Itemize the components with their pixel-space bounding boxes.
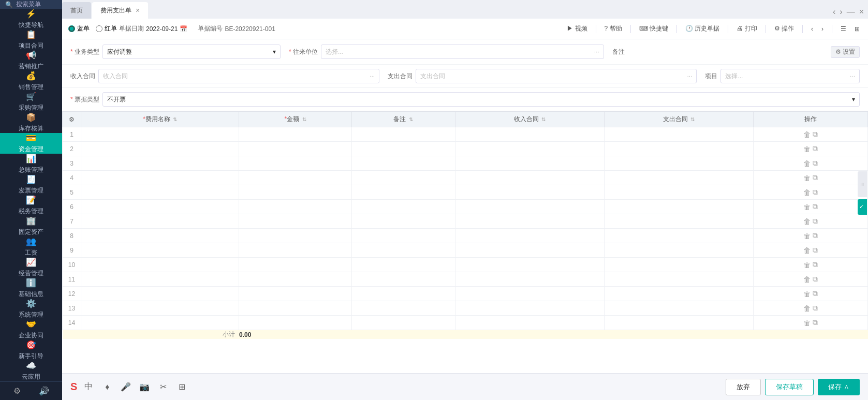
history-btn[interactable]: 🕐 历史单据 <box>683 23 722 34</box>
remark-cell[interactable] <box>351 316 455 330</box>
tab-expense-bill[interactable]: 费用支出单 × <box>92 2 148 19</box>
remark-cell[interactable] <box>351 185 455 200</box>
expense-name-cell[interactable] <box>81 214 239 229</box>
remark-cell[interactable] <box>351 142 455 156</box>
expense-name-cell[interactable] <box>81 258 239 272</box>
amount-cell[interactable] <box>239 301 351 316</box>
close-window-icon[interactable]: × <box>859 7 864 17</box>
sidebar-item-marketing[interactable]: 📢 营销推广 <box>0 50 62 71</box>
icon-mic[interactable]: 🎤 <box>119 380 133 394</box>
expense-name-cell[interactable] <box>81 229 239 243</box>
copy-row-button[interactable]: ⧉ <box>813 217 818 226</box>
income-contract-cell[interactable] <box>455 258 604 272</box>
delete-row-button[interactable]: 🗑 <box>803 319 811 327</box>
copy-row-button[interactable]: ⧉ <box>813 318 818 327</box>
copy-row-button[interactable]: ⧉ <box>813 159 818 168</box>
expense-contract-cell[interactable] <box>604 272 753 287</box>
nav-right-icon[interactable]: › <box>840 7 842 17</box>
delete-row-button[interactable]: 🗑 <box>803 203 811 211</box>
nav-prev-btn[interactable]: ‹ <box>809 24 815 34</box>
delete-row-button[interactable]: 🗑 <box>803 304 811 313</box>
delete-row-button[interactable]: 🗑 <box>803 174 811 182</box>
radio-blue[interactable]: 蓝单 <box>68 24 90 33</box>
sidebar-search[interactable]: 🔍 搜索菜单 <box>0 0 62 9</box>
copy-row-button[interactable]: ⧉ <box>813 188 818 197</box>
expense-contract-cell[interactable] <box>604 142 753 156</box>
sidebar-item-project-contract[interactable]: 📋 项目合同 <box>0 29 62 50</box>
sidebar-item-invoice[interactable]: 🧾 发票管理 <box>0 174 62 195</box>
income-contract-cell[interactable] <box>455 185 604 200</box>
expense-name-cell[interactable] <box>81 301 239 316</box>
icon-diamond[interactable]: ♦ <box>100 380 114 394</box>
radio-red[interactable]: 红单 <box>96 24 117 33</box>
sidebar-settings-icon[interactable]: ⚙ <box>13 386 21 396</box>
sidebar-item-capital[interactable]: 💳 资金管理 <box>0 133 62 154</box>
sidebar-item-cloud[interactable]: ☁️ 云应用 <box>0 361 62 381</box>
amount-cell[interactable] <box>239 200 351 214</box>
delete-row-button[interactable]: 🗑 <box>803 275 811 284</box>
expense-contract-cell[interactable] <box>604 185 753 200</box>
copy-row-button[interactable]: ⧉ <box>813 275 818 284</box>
help-btn[interactable]: ? 帮助 <box>602 23 624 34</box>
remark-cell[interactable] <box>351 301 455 316</box>
income-contract-cell[interactable] <box>455 142 604 156</box>
expense-contract-cell[interactable] <box>604 127 753 142</box>
shortcut-btn[interactable]: ⌨ 快捷键 <box>637 23 670 34</box>
copy-row-button[interactable]: ⧉ <box>813 144 818 153</box>
amount-cell[interactable] <box>239 127 351 142</box>
counterpart-select[interactable]: 选择... ··· <box>321 45 604 59</box>
income-contract-select[interactable]: 收入合同 ··· <box>98 69 379 83</box>
sidebar-item-payroll[interactable]: 👥 工资 <box>0 236 62 257</box>
sidebar-item-system[interactable]: ⚙️ 系统管理 <box>0 299 62 319</box>
project-select[interactable]: 选择... ··· <box>720 69 860 83</box>
expense-contract-select[interactable]: 支出合同 ··· <box>416 69 697 83</box>
expense-name-cell[interactable] <box>81 316 239 330</box>
amount-cell[interactable] <box>239 258 351 272</box>
expense-contract-cell[interactable] <box>604 171 753 185</box>
expense-contract-cell[interactable] <box>604 258 753 272</box>
remark-cell[interactable] <box>351 214 455 229</box>
icon-cut[interactable]: ✂ <box>156 380 170 394</box>
expense-contract-cell[interactable] <box>604 316 753 330</box>
icon-zhong[interactable]: 中 <box>81 380 96 394</box>
expense-contract-cell[interactable] <box>604 214 753 229</box>
save-draft-button[interactable]: 保存草稿 <box>765 379 814 395</box>
income-contract-cell[interactable] <box>455 272 604 287</box>
amount-cell[interactable] <box>239 243 351 258</box>
amount-cell[interactable] <box>239 185 351 200</box>
settings-label[interactable]: ⚙ 设置 <box>831 46 860 58</box>
delete-row-button[interactable]: 🗑 <box>803 217 811 226</box>
amount-cell[interactable] <box>239 171 351 185</box>
sidebar-item-quick-nav[interactable]: ⚡ 快捷导航 <box>0 9 62 29</box>
expense-name-cell[interactable] <box>81 127 239 142</box>
delete-row-button[interactable]: 🗑 <box>803 290 811 298</box>
radio-blue-input[interactable] <box>68 25 75 32</box>
video-btn[interactable]: ▶ 视频 <box>565 23 589 34</box>
copy-row-button[interactable]: ⧉ <box>813 246 818 255</box>
copy-row-button[interactable]: ⧉ <box>813 130 818 139</box>
copy-row-button[interactable]: ⧉ <box>813 231 818 240</box>
grid-view-btn[interactable]: ⊞ <box>852 24 862 34</box>
sidebar-item-guide[interactable]: 🎯 新手引导 <box>0 340 62 361</box>
remark-cell[interactable] <box>351 243 455 258</box>
delete-row-button[interactable]: 🗑 <box>803 130 811 139</box>
sidebar-item-basic-info[interactable]: ℹ️ 基础信息 <box>0 278 62 299</box>
income-contract-cell[interactable] <box>455 287 604 301</box>
nav-next-btn[interactable]: › <box>819 24 826 34</box>
date-value[interactable]: 2022-09-21 <box>146 25 178 33</box>
income-contract-cell[interactable] <box>455 229 604 243</box>
income-contract-cell[interactable] <box>455 156 604 171</box>
nav-left-icon[interactable]: ‹ <box>833 7 835 17</box>
sidebar-item-sales[interactable]: 💰 销售管理 <box>0 71 62 92</box>
remark-cell[interactable] <box>351 258 455 272</box>
income-contract-cell[interactable] <box>455 214 604 229</box>
business-type-select[interactable]: 应付调整 ▾ <box>102 45 281 59</box>
remark-cell[interactable] <box>351 272 455 287</box>
remark-cell[interactable] <box>351 200 455 214</box>
expense-contract-cell[interactable] <box>604 229 753 243</box>
delete-row-button[interactable]: 🗑 <box>803 261 811 269</box>
sidebar-item-tax[interactable]: 📝 税务管理 <box>0 195 62 216</box>
amount-cell[interactable] <box>239 142 351 156</box>
discard-button[interactable]: 放弃 <box>726 379 761 395</box>
expense-name-cell[interactable] <box>81 185 239 200</box>
